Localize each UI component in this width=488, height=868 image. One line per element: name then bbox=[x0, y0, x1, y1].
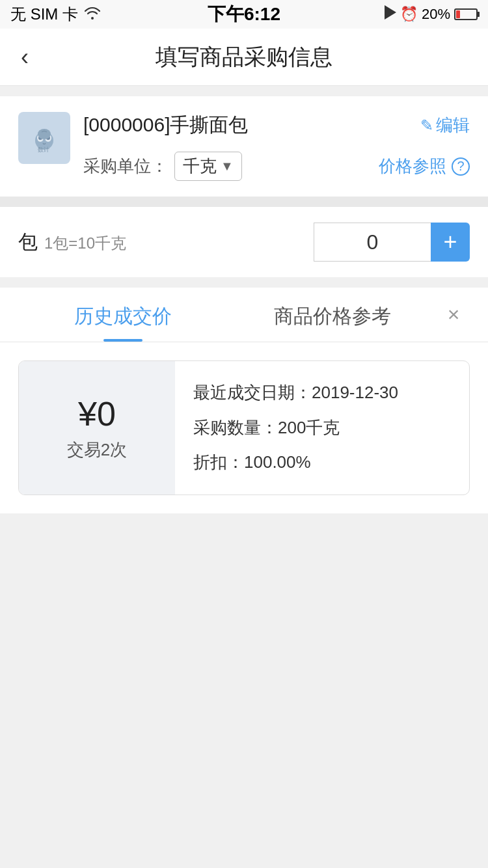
history-content: ¥0 交易2次 最近成交日期：2019-12-30 采购数量：200千克 折扣：… bbox=[0, 342, 488, 513]
edit-icon: ✎ bbox=[420, 116, 433, 135]
currency-symbol: ¥ bbox=[78, 395, 97, 433]
date-label: 最近成交日期： bbox=[193, 383, 312, 402]
product-card: 数计 [0000006]手撕面包 ✎ 编辑 采购单位： 千克 ▼ bbox=[0, 96, 488, 197]
product-name: [0000006]手撕面包 bbox=[83, 112, 248, 139]
date-value: 2019-12-30 bbox=[312, 383, 398, 402]
tab-history-price[interactable]: 历史成交价 bbox=[18, 288, 228, 342]
product-header: 数计 [0000006]手撕面包 ✎ 编辑 采购单位： 千克 ▼ bbox=[18, 112, 470, 181]
quantity-label: 包 1包=10千克 bbox=[18, 229, 126, 256]
back-button[interactable]: ‹ bbox=[16, 38, 34, 76]
battery-percent: 20% bbox=[422, 6, 450, 23]
price-trades: 交易2次 bbox=[67, 439, 127, 461]
quantity-row: 包 1包=10千克 0 + bbox=[0, 207, 488, 277]
alarm-icon: ⏰ bbox=[400, 6, 418, 23]
nav-bar: ‹ 填写商品采购信息 bbox=[0, 29, 488, 86]
unit-left: 采购单位： 千克 ▼ bbox=[83, 152, 242, 181]
price-discount-row: 折扣：100.00% bbox=[193, 449, 451, 476]
qty-unit: 包 bbox=[18, 229, 38, 256]
tabs-panel: 历史成交价 商品价格参考 × ¥0 交易2次 最近成交日期：2019-12-30… bbox=[0, 288, 488, 513]
price-ref-label: 价格参照 bbox=[379, 155, 446, 178]
tab-close-button[interactable]: × bbox=[437, 299, 470, 331]
tab1-label: 历史成交价 bbox=[74, 305, 172, 327]
status-bar: 无 SIM 卡 下午6:12 ⏰ 20% bbox=[0, 0, 488, 29]
help-icon: ? bbox=[452, 157, 470, 176]
svg-point-6 bbox=[38, 129, 51, 139]
battery-fill bbox=[456, 10, 460, 18]
product-thumbnail: 数计 bbox=[18, 112, 70, 164]
price-card: ¥0 交易2次 最近成交日期：2019-12-30 采购数量：200千克 折扣：… bbox=[18, 360, 470, 495]
quantity-label-text: 采购数量： bbox=[193, 418, 278, 437]
product-title-row: [0000006]手撕面包 ✎ 编辑 bbox=[83, 112, 470, 139]
status-right: ⏰ 20% bbox=[385, 5, 478, 23]
unit-select-arrow: ▼ bbox=[221, 159, 234, 174]
product-unit-row: 采购单位： 千克 ▼ 价格参照 ? bbox=[83, 152, 470, 181]
price-ref-button[interactable]: 价格参照 ? bbox=[379, 155, 470, 178]
qty-plus-button[interactable]: + bbox=[431, 223, 470, 262]
price-amount: ¥0 bbox=[78, 394, 116, 433]
unit-value: 千克 bbox=[183, 155, 217, 178]
close-icon: × bbox=[448, 303, 460, 327]
unit-label: 采购单位： bbox=[83, 155, 168, 178]
wifi-icon bbox=[83, 5, 102, 23]
page-title: 填写商品采购信息 bbox=[156, 42, 332, 72]
svg-marker-0 bbox=[385, 5, 396, 20]
location-icon bbox=[385, 5, 396, 23]
discount-value: 100.00% bbox=[244, 452, 311, 472]
plus-icon: + bbox=[443, 230, 457, 254]
tab-price-reference[interactable]: 商品价格参考 bbox=[228, 288, 437, 342]
price-left: ¥0 交易2次 bbox=[19, 361, 175, 495]
product-thumbnail-inner: 数计 bbox=[30, 124, 59, 152]
edit-button[interactable]: ✎ 编辑 bbox=[420, 114, 470, 137]
qty-conversion: 1包=10千克 bbox=[44, 233, 126, 254]
battery-icon bbox=[454, 8, 478, 20]
quantity-value: 200千克 bbox=[278, 418, 340, 437]
price-quantity-row: 采购数量：200千克 bbox=[193, 414, 451, 442]
price-date-row: 最近成交日期：2019-12-30 bbox=[193, 379, 451, 407]
status-left: 无 SIM 卡 bbox=[10, 4, 102, 25]
discount-label: 折扣： bbox=[193, 452, 244, 472]
unit-select[interactable]: 千克 ▼ bbox=[174, 152, 242, 181]
tab2-label: 商品价格参考 bbox=[274, 305, 391, 327]
qty-input[interactable]: 0 bbox=[314, 223, 431, 262]
qty-value: 0 bbox=[367, 230, 379, 254]
price-value: 0 bbox=[97, 395, 116, 433]
product-info: [0000006]手撕面包 ✎ 编辑 采购单位： 千克 ▼ 价格参照 bbox=[83, 112, 470, 181]
carrier-text: 无 SIM 卡 bbox=[10, 4, 78, 25]
svg-text:数计: 数计 bbox=[38, 146, 49, 152]
section-divider bbox=[0, 197, 488, 207]
quantity-controls: 0 + bbox=[314, 223, 470, 262]
price-right: 最近成交日期：2019-12-30 采购数量：200千克 折扣：100.00% bbox=[175, 361, 469, 495]
owl-icon: 数计 bbox=[30, 124, 59, 152]
status-time: 下午6:12 bbox=[208, 2, 280, 27]
tabs-header: 历史成交价 商品价格参考 × bbox=[0, 288, 488, 342]
edit-label: 编辑 bbox=[436, 114, 470, 137]
